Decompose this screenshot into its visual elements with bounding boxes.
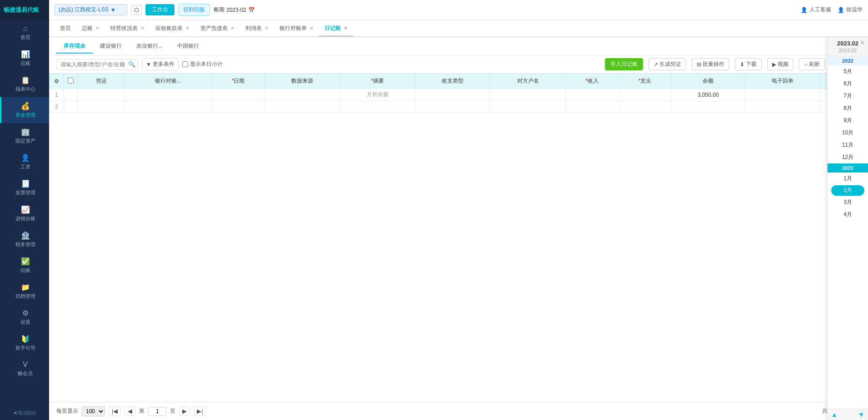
video-btn[interactable]: ▶ 视频 bbox=[767, 58, 793, 70]
month-item-10[interactable]: 10月 bbox=[828, 127, 868, 139]
tab-balance-sheet[interactable]: 资产负债表 ✕ bbox=[195, 21, 240, 37]
copy-button[interactable]: ⬡ bbox=[131, 5, 142, 15]
month-panel-close-btn[interactable]: ✕ bbox=[860, 39, 865, 46]
sub-tab-cash[interactable]: 库存现金 bbox=[56, 40, 93, 54]
sidebar-item-settle[interactable]: ✅ 结账 bbox=[0, 252, 49, 278]
last-page-btn[interactable]: ▶| bbox=[194, 406, 206, 416]
sidebar-item-fund[interactable]: 💰 资金管理 bbox=[0, 97, 49, 123]
sales-icon: 📈 bbox=[21, 205, 30, 214]
sub-tab-ccb[interactable]: 建设银行 bbox=[93, 40, 129, 54]
tab-close-icon[interactable]: ✕ bbox=[309, 25, 314, 31]
month-item-6[interactable]: 6月 bbox=[828, 78, 868, 90]
batch-operate-btn[interactable]: ⊞ 批量操作 bbox=[692, 58, 729, 70]
month-panel-nav: ▲ ▼ bbox=[828, 409, 868, 420]
cell-date bbox=[212, 101, 264, 113]
th-check[interactable] bbox=[64, 74, 78, 89]
show-daily-checkbox[interactable] bbox=[182, 61, 188, 67]
sidebar-item-salary[interactable]: 👤 工资 bbox=[0, 149, 49, 175]
tab-general-ledger[interactable]: 总账 ✕ bbox=[76, 21, 105, 37]
sidebar-item-general-ledger[interactable]: 📊 总账 bbox=[0, 45, 49, 71]
sidebar-item-report-center[interactable]: 📋 报表中心 bbox=[0, 71, 49, 97]
sidebar-item-settings[interactable]: ⚙ 设置 bbox=[0, 304, 49, 330]
th-counterparty: 对方户名 bbox=[490, 74, 566, 89]
sidebar-item-fixed-assets[interactable]: 🏢 固定资产 bbox=[0, 123, 49, 149]
sidebar-item-label: 新手引导 bbox=[15, 345, 35, 351]
sidebar-item-member[interactable]: V 畅会员 bbox=[0, 356, 49, 381]
tab-receivable[interactable]: 应收账款表 ✕ bbox=[150, 21, 195, 37]
tab-close-icon[interactable]: ✕ bbox=[230, 25, 234, 31]
th-data-source: 数据来源 bbox=[264, 74, 340, 89]
month-item-5[interactable]: 5月 bbox=[828, 65, 868, 78]
video-icon: ▶ bbox=[772, 61, 776, 68]
company-selector[interactable]: (勿品) 江西税宝-LSS ▼ bbox=[55, 4, 127, 15]
generate-voucher-btn[interactable]: ↗ 生成凭证 bbox=[649, 58, 686, 70]
table-wrap: ⚙ 凭证 银行对账... *日期 数据来源 *摘要 收支类型 对方户名 *收入 … bbox=[49, 74, 868, 402]
month-item-9[interactable]: 9月 bbox=[828, 114, 868, 127]
month-item-8[interactable]: 8月 bbox=[828, 102, 868, 114]
avatar-icon: 👤 bbox=[838, 7, 844, 13]
sidebar-item-guide[interactable]: 🔰 新手引导 bbox=[0, 330, 49, 356]
year-label-2022[interactable]: 2022 bbox=[828, 56, 868, 65]
th-balance: 余额 bbox=[671, 74, 745, 89]
month-item-2-active[interactable]: 2月 bbox=[831, 185, 864, 196]
cell-e-receipt bbox=[745, 101, 820, 113]
th-settings[interactable]: ⚙ bbox=[50, 74, 64, 89]
tab-close-icon[interactable]: ✕ bbox=[344, 25, 348, 31]
sub-tab-bar: 库存现金 建设银行 农业银行... 中国银行 bbox=[49, 37, 868, 55]
tab-business-status[interactable]: 经营状况表 ✕ bbox=[105, 21, 150, 37]
journal-table: ⚙ 凭证 银行对账... *日期 数据来源 *摘要 收支类型 对方户名 *收入 … bbox=[49, 74, 868, 113]
tab-close-icon[interactable]: ✕ bbox=[264, 25, 269, 31]
sidebar-unpin[interactable]: ◀ 取消固定 bbox=[0, 406, 49, 420]
cell-voucher bbox=[78, 89, 125, 101]
tab-journal[interactable]: 日记账 ✕ bbox=[319, 21, 353, 37]
switch-old-btn[interactable]: 切到旧版 bbox=[178, 4, 210, 16]
customer-service[interactable]: 👤 人工客服 bbox=[801, 6, 831, 14]
sub-tab-label: 建设银行 bbox=[100, 43, 122, 49]
year-label-2023[interactable]: 2023 bbox=[828, 163, 868, 173]
month-nav-up-btn[interactable]: ▲ bbox=[831, 411, 838, 418]
filter-label: 更多条件 bbox=[153, 60, 175, 68]
user-profile[interactable]: 👤 徐温华 bbox=[838, 6, 863, 14]
sidebar-item-archive[interactable]: 📁 归档管理 bbox=[0, 278, 49, 304]
tab-bank-statement[interactable]: 银行对账单 ✕ bbox=[274, 21, 319, 37]
tab-close-icon[interactable]: ✕ bbox=[185, 25, 190, 31]
sidebar-item-tax[interactable]: 🏦 税务管理 bbox=[0, 227, 49, 252]
page-input[interactable] bbox=[148, 407, 166, 416]
tab-profit[interactable]: 利润表 ✕ bbox=[240, 21, 274, 37]
filter-button[interactable]: ▼ 更多条件 bbox=[142, 58, 179, 70]
sidebar-item-invoice[interactable]: 🧾 发票管理 bbox=[0, 175, 49, 201]
month-item-3[interactable]: 3月 bbox=[828, 196, 868, 208]
prev-page-btn[interactable]: ◀ bbox=[125, 406, 135, 416]
service-label: 人工客服 bbox=[809, 6, 831, 14]
select-all-checkbox[interactable] bbox=[68, 78, 74, 84]
sidebar-item-sales[interactable]: 📈 进销台账 bbox=[0, 201, 49, 227]
search-input[interactable] bbox=[56, 59, 138, 70]
tab-label: 资产负债表 bbox=[200, 25, 228, 32]
next-page-btn[interactable]: ▶ bbox=[179, 406, 190, 416]
per-page-select[interactable]: 100 50 200 bbox=[82, 406, 105, 416]
search-icon: 🔍 bbox=[128, 61, 135, 68]
sub-tab-agri[interactable]: 农业银行... bbox=[129, 40, 170, 54]
month-item-1[interactable]: 1月 bbox=[828, 173, 868, 185]
month-item-7[interactable]: 7月 bbox=[828, 90, 868, 102]
show-daily-checkbox-wrap[interactable]: 显示本日小计 bbox=[182, 60, 223, 68]
month-item-12[interactable]: 12月 bbox=[828, 151, 868, 163]
download-btn[interactable]: ⬇ 下载 bbox=[735, 58, 762, 70]
tab-close-icon[interactable]: ✕ bbox=[95, 25, 100, 31]
import-journal-btn[interactable]: 导入日记账 bbox=[605, 58, 643, 70]
month-item-4[interactable]: 4月 bbox=[828, 208, 868, 221]
sidebar-item-home[interactable]: ⌂ 首页 bbox=[0, 20, 49, 45]
workspace-button[interactable]: 工作台 bbox=[145, 4, 175, 15]
month-item-11[interactable]: 11月 bbox=[828, 139, 868, 151]
month-nav-down-btn[interactable]: ▼ bbox=[858, 411, 864, 418]
tab-home[interactable]: 首页 bbox=[55, 21, 76, 37]
sub-tab-boc[interactable]: 中国银行 bbox=[170, 40, 206, 54]
first-page-btn[interactable]: |◀ bbox=[109, 406, 121, 416]
salary-icon: 👤 bbox=[21, 153, 30, 162]
period-display: 账期 2023-02 📅 bbox=[214, 6, 255, 14]
calendar-icon[interactable]: 📅 bbox=[248, 7, 255, 13]
tab-close-icon[interactable]: ✕ bbox=[140, 25, 145, 31]
refresh-btn[interactable]: ○ 刷新 bbox=[799, 58, 824, 70]
toolbar: 🔍 ▼ 更多条件 显示本日小计 导入日记账 ↗ 生成凭证 ⊞ 批量操作 bbox=[49, 55, 868, 74]
cell-voucher bbox=[78, 101, 125, 113]
